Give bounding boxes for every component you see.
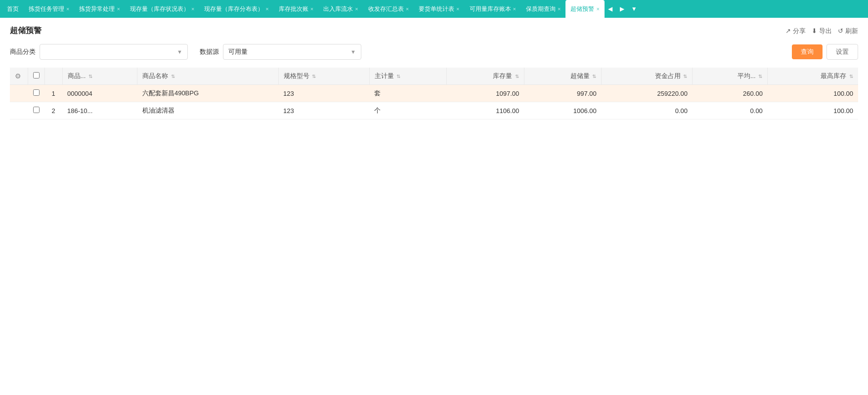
nav-item-abnormal[interactable]: 拣货异常处理 ×	[74, 0, 125, 18]
nav-prev-btn[interactable]: ◀	[605, 0, 616, 18]
nav-item-abnormal-close[interactable]: ×	[117, 6, 120, 12]
nav-item-inventory-status[interactable]: 现存量（库存状况表） ×	[125, 0, 199, 18]
col-capital-label: 资金占用	[655, 72, 681, 79]
nav-item-inventory-dist-label: 现存量（库存分布表）	[204, 5, 263, 13]
nav-item-collect-send-close[interactable]: ×	[406, 6, 409, 12]
nav-item-overstock-close[interactable]: ×	[596, 6, 599, 12]
nav-item-collect-send[interactable]: 收发存汇总表 ×	[363, 0, 414, 18]
nav-item-task-mgmt-close[interactable]: ×	[66, 6, 69, 12]
row-overstock: 1006.00	[524, 102, 602, 119]
filter-actions: 查询 设置	[792, 44, 858, 60]
row-product-name: 机油滤清器	[137, 102, 278, 119]
nav-item-overstock-label: 超储预警	[570, 5, 594, 13]
col-unit[interactable]: 主计量 ⇅	[369, 68, 447, 85]
row-unit: 套	[369, 85, 447, 102]
col-max-stock[interactable]: 最高库存 ⇅	[768, 68, 858, 85]
nav-more-btn[interactable]: ▼	[628, 0, 640, 18]
col-product-name[interactable]: 商品名称 ⇅	[137, 68, 278, 85]
col-spec-sort: ⇅	[312, 74, 316, 79]
nav-item-available-acc-close[interactable]: ×	[513, 6, 516, 12]
top-nav: 首页 拣货任务管理 × 拣货异常处理 × 现存量（库存状况表） × 现存量（库存…	[0, 0, 868, 18]
col-max-stock-label: 最高库存	[821, 72, 846, 79]
col-capital[interactable]: 资金占用 ⇅	[602, 68, 693, 85]
col-overstock-label: 超储量	[570, 72, 590, 79]
nav-item-overstock[interactable]: 超储预警 ×	[565, 0, 604, 18]
export-label: 导出	[819, 27, 832, 36]
row-num: 1	[44, 85, 62, 102]
category-select[interactable]: ▼	[40, 44, 188, 60]
nav-next-btn[interactable]: ▶	[616, 0, 628, 18]
set-button[interactable]: 设置	[826, 44, 858, 60]
filter-row: 商品分类 ▼ 数据源 可用量 ▼ 查询 设置	[10, 44, 858, 60]
table-header: ⚙ 商品... ⇅ 商品名称 ⇅ 规格型号 ⇅	[10, 68, 858, 85]
share-icon: ↗	[785, 27, 791, 35]
export-icon: ⬇	[812, 27, 817, 35]
nav-item-order-stat-close[interactable]: ×	[456, 6, 459, 12]
col-stock[interactable]: 库存量 ⇅	[447, 68, 524, 85]
share-link[interactable]: ↗ 分享	[785, 27, 806, 36]
row-max-stock: 100.00	[768, 102, 858, 119]
nav-item-available-acc[interactable]: 可用量库存账本 ×	[465, 0, 521, 18]
nav-item-home[interactable]: 首页	[2, 0, 24, 18]
export-link[interactable]: ⬇ 导出	[812, 27, 832, 36]
row-overstock: 997.00	[524, 85, 602, 102]
refresh-label: 刷新	[845, 27, 858, 36]
nav-item-inventory-status-close[interactable]: ×	[191, 6, 194, 12]
col-avg-sort: ⇅	[758, 74, 762, 79]
row-product-code: 186-10...	[62, 102, 137, 119]
row-product-name: 六配套新昌490BPG	[137, 85, 278, 102]
row-capital: 0.00	[602, 102, 693, 119]
col-spec-label: 规格型号	[284, 72, 309, 79]
nav-item-available-acc-label: 可用量库存账本	[470, 5, 511, 13]
refresh-icon: ↺	[838, 27, 843, 35]
nav-item-inout-flow-close[interactable]: ×	[355, 6, 358, 12]
row-checkbox-cell[interactable]	[28, 85, 44, 102]
category-label: 商品分类	[10, 47, 36, 56]
category-filter: 商品分类 ▼	[10, 44, 188, 60]
nav-item-inventory-dist-close[interactable]: ×	[265, 6, 268, 12]
col-max-stock-sort: ⇅	[849, 74, 853, 79]
datasource-chevron-icon: ▼	[350, 49, 356, 55]
col-stock-label: 库存量	[493, 72, 512, 79]
col-spec[interactable]: 规格型号 ⇅	[278, 68, 369, 85]
row-capital: 259220.00	[602, 85, 693, 102]
page-header: 超储预警 ↗ 分享 ⬇ 导出 ↺ 刷新	[10, 26, 858, 36]
nav-item-order-stat[interactable]: 要货单统计表 ×	[414, 0, 464, 18]
row-settings-cell	[10, 85, 28, 102]
datasource-select-value: 可用量	[228, 47, 248, 56]
nav-item-abnormal-label: 拣货异常处理	[79, 5, 115, 13]
row-settings-cell	[10, 102, 28, 119]
category-chevron-icon: ▼	[177, 49, 182, 55]
nav-item-task-mgmt[interactable]: 拣货任务管理 ×	[24, 0, 74, 18]
col-product-name-sort: ⇅	[171, 74, 175, 79]
refresh-link[interactable]: ↺ 刷新	[838, 27, 858, 36]
col-product-name-label: 商品名称	[142, 72, 168, 79]
table-row: 2 186-10... 机油滤清器 123 个 1106.00 1006.00 …	[10, 102, 858, 119]
row-avg: 260.00	[693, 85, 768, 102]
nav-item-inventory-dist[interactable]: 现存量（库存分布表） ×	[199, 0, 273, 18]
nav-item-batch-label: 库存批次账	[279, 5, 308, 13]
share-label: 分享	[793, 27, 806, 36]
nav-item-batch[interactable]: 库存批次账 ×	[274, 0, 318, 18]
nav-item-batch-close[interactable]: ×	[310, 6, 313, 12]
col-product-code[interactable]: 商品... ⇅	[62, 68, 137, 85]
nav-item-inout-flow[interactable]: 出入库流水 ×	[318, 0, 363, 18]
main-content: 超储预警 ↗ 分享 ⬇ 导出 ↺ 刷新 商品分类 ▼ 数据源	[0, 18, 868, 395]
col-avg[interactable]: 平均... ⇅	[693, 68, 768, 85]
row-checkbox-cell[interactable]	[28, 102, 44, 119]
row-checkbox[interactable]	[33, 107, 40, 113]
datasource-filter: 数据源 可用量 ▼	[200, 44, 361, 60]
col-capital-sort: ⇅	[683, 74, 687, 79]
col-avg-label: 平均...	[738, 72, 756, 79]
col-overstock[interactable]: 超储量 ⇅	[524, 68, 602, 85]
datasource-label: 数据源	[200, 47, 219, 56]
select-all-checkbox[interactable]	[33, 72, 40, 79]
datasource-select[interactable]: 可用量 ▼	[223, 44, 361, 60]
nav-item-quality-close[interactable]: ×	[558, 6, 561, 12]
settings-icon[interactable]: ⚙	[15, 72, 21, 80]
row-checkbox[interactable]	[33, 89, 40, 96]
query-button[interactable]: 查询	[792, 44, 823, 59]
nav-item-quality[interactable]: 保质期查询 ×	[521, 0, 565, 18]
nav-item-order-stat-label: 要货单统计表	[419, 5, 454, 13]
row-spec: 123	[278, 102, 369, 119]
